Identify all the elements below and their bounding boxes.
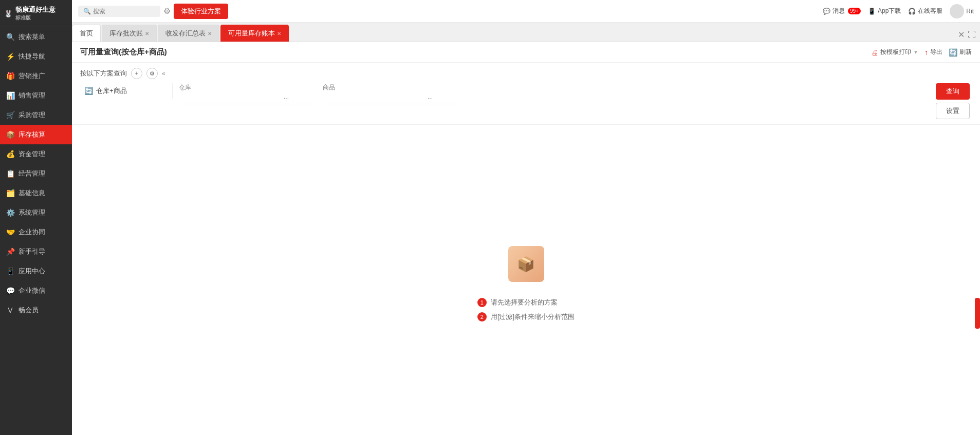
sidebar-item-app-center[interactable]: 📱 应用中心 — [0, 261, 72, 281]
refresh-icon: 🔄 — [949, 48, 957, 56]
flash-icon: ⚡ — [6, 52, 14, 61]
tip-text-1: 请先选择要分析的方案 — [491, 298, 558, 307]
tab-batch-account[interactable]: 库存批次账 ✕ — [102, 25, 157, 42]
mobile-icon: 📱 — [6, 267, 14, 275]
folder-icon: 🗂️ — [6, 189, 14, 197]
sidebar-label-newbie: 新手引导 — [19, 247, 45, 256]
tab-receive-summary-close[interactable]: ✕ — [208, 31, 212, 36]
industry-button[interactable]: 体验行业方案 — [174, 4, 228, 19]
gear-icon: ⚙️ — [6, 209, 14, 217]
goods-more-button[interactable]: ··· — [428, 94, 433, 102]
scheme-icon: 🔄 — [84, 87, 93, 95]
sidebar-item-system[interactable]: ⚙️ 系统管理 — [0, 203, 72, 222]
warehouse-input[interactable] — [179, 94, 282, 102]
sidebar-menu: 🔍 搜索菜单 ⚡ 快捷导航 🎁 营销推广 📊 销售管理 🛒 采购管理 📦 — [0, 27, 72, 435]
sidebar-label-marketing: 营销推广 — [19, 71, 45, 81]
tab-available-ledger-close[interactable]: ✕ — [277, 31, 281, 36]
sidebar-label-shortcut: 快捷导航 — [19, 52, 45, 61]
scroll-indicator[interactable] — [975, 298, 980, 329]
refresh-action[interactable]: 🔄 刷新 — [949, 48, 972, 56]
tip-text-2: 用[过滤]条件来缩小分析范围 — [491, 312, 575, 321]
tab-receive-summary-label: 收发存汇总表 — [165, 29, 206, 38]
box-icon: 📦 — [6, 130, 14, 139]
query-button[interactable]: 查询 — [936, 83, 970, 100]
warehouse-more-button[interactable]: ··· — [284, 94, 289, 102]
topbar-left: 🔍 ⚙ 体验行业方案 — [78, 4, 819, 19]
search-input[interactable] — [93, 8, 144, 15]
sidebar-item-search[interactable]: 🔍 搜索菜单 — [0, 27, 72, 47]
sidebar-item-newbie[interactable]: 📌 新手引导 — [0, 242, 72, 261]
empty-tip-2: 2 用[过滤]条件来缩小分析范围 — [477, 312, 575, 321]
sidebar-item-inventory[interactable]: 📦 库存核算 — [0, 125, 72, 144]
scheme-label: 仓库+商品 — [96, 86, 127, 96]
add-scheme-button[interactable]: + — [131, 68, 142, 79]
online-service-label: 在线客服 — [918, 7, 942, 15]
sidebar-label-app-center: 应用中心 — [19, 267, 45, 276]
tab-actions: ✕ ⛶ — [958, 30, 980, 42]
sidebar-item-vip[interactable]: V 畅会员 — [0, 300, 72, 320]
notification-badge: 99+ — [848, 8, 861, 14]
query-area: 按以下方案查询 + ⚙ « 🔄 仓库+商品 仓库 — [72, 63, 980, 125]
sidebar-label-operations: 经营管理 — [19, 169, 45, 178]
refresh-label: 刷新 — [959, 48, 972, 56]
sidebar: 🐰 畅康通好生意 标准版 🔍 搜索菜单 ⚡ 快捷导航 🎁 营销推广 📊 — [0, 0, 72, 435]
user-group[interactable]: Rit — [950, 4, 974, 18]
sidebar-label-inventory: 库存核算 — [19, 130, 45, 139]
query-body: 🔄 仓库+商品 仓库 ··· 商品 — [80, 83, 972, 119]
sidebar-item-purchase[interactable]: 🛒 采购管理 — [0, 105, 72, 125]
settings-icon[interactable]: ⚙ — [163, 6, 171, 16]
tab-maximize-button[interactable]: ⛶ — [968, 30, 976, 40]
message-group[interactable]: 💬 消息 99+ — [823, 7, 861, 15]
empty-state: 📦 1 请先选择要分析的方案 2 用[过滤]条件来缩小分析范围 — [72, 125, 980, 435]
tab-home[interactable]: 首页 — [72, 25, 101, 42]
query-top: 按以下方案查询 + ⚙ « — [80, 68, 972, 79]
tip-number-1: 1 — [477, 298, 487, 307]
print-dropdown-icon[interactable]: ▼ — [913, 49, 918, 55]
search-icon: 🔍 — [83, 8, 91, 15]
settings-button[interactable]: 设置 — [936, 103, 970, 119]
headset-icon: 🎧 — [908, 8, 916, 15]
tab-receive-summary[interactable]: 收发存汇总表 ✕ — [158, 25, 219, 42]
export-icon: ↑ — [924, 48, 928, 56]
sidebar-label-sales: 销售管理 — [19, 91, 45, 100]
empty-tips: 1 请先选择要分析的方案 2 用[过滤]条件来缩小分析范围 — [477, 298, 575, 321]
sidebar-header: 🐰 畅康通好生意 标准版 — [0, 0, 72, 27]
online-service-group[interactable]: 🎧 在线客服 — [908, 7, 942, 15]
goods-input-group: ··· — [323, 94, 456, 104]
collapse-button[interactable]: « — [162, 70, 165, 77]
settings-scheme-button[interactable]: ⚙ — [146, 68, 158, 79]
box-illustration: 📦 — [508, 246, 544, 282]
sidebar-item-enterprise-coop[interactable]: 🤝 企业协同 — [0, 222, 72, 242]
user-name: Rit — [966, 8, 974, 15]
clipboard-icon: 📋 — [6, 169, 14, 178]
goods-field: 商品 ··· — [323, 83, 456, 104]
sidebar-item-operations[interactable]: 📋 经营管理 — [0, 164, 72, 183]
warehouse-field: 仓库 ··· — [179, 83, 312, 104]
app-download-group[interactable]: 📱 App下载 — [868, 7, 901, 15]
pin-icon: 📌 — [6, 248, 14, 256]
scheme-item-warehouse-goods[interactable]: 🔄 仓库+商品 — [80, 83, 168, 99]
page-header: 可用量查询(按仓库+商品) 🖨 按模板打印 ▼ ↑ 导出 🔄 刷新 — [72, 42, 980, 63]
tab-available-ledger-label: 可用量库存账本 — [228, 29, 275, 38]
scheme-list: 🔄 仓库+商品 — [80, 83, 173, 99]
tab-close-window-button[interactable]: ✕ — [958, 30, 965, 40]
sidebar-item-enterprise-wechat[interactable]: 💬 企业微信 — [0, 281, 72, 300]
sidebar-label-purchase: 采购管理 — [19, 110, 45, 120]
print-action[interactable]: 🖨 按模板打印 ▼ — [871, 48, 918, 56]
page-header-actions: 🖨 按模板打印 ▼ ↑ 导出 🔄 刷新 — [871, 48, 972, 56]
export-label: 导出 — [930, 48, 942, 56]
topbar-search-box[interactable]: 🔍 — [78, 6, 160, 17]
sidebar-item-shortcut[interactable]: ⚡ 快捷导航 — [0, 47, 72, 66]
goods-input[interactable] — [323, 94, 426, 102]
sidebar-item-basic-info[interactable]: 🗂️ 基础信息 — [0, 183, 72, 203]
tab-available-ledger[interactable]: 可用量库存账本 ✕ — [220, 25, 289, 42]
sidebar-item-sales[interactable]: 📊 销售管理 — [0, 86, 72, 105]
tab-batch-account-close[interactable]: ✕ — [145, 31, 149, 36]
sidebar-label-finance: 资金管理 — [19, 149, 45, 159]
chart-icon: 📊 — [6, 91, 14, 100]
export-action[interactable]: ↑ 导出 — [924, 48, 942, 56]
sidebar-item-finance[interactable]: 💰 资金管理 — [0, 144, 72, 164]
gift-icon: 🎁 — [6, 72, 14, 80]
sidebar-item-marketing[interactable]: 🎁 营销推广 — [0, 66, 72, 86]
query-fields: 仓库 ··· 商品 ··· — [173, 83, 936, 104]
